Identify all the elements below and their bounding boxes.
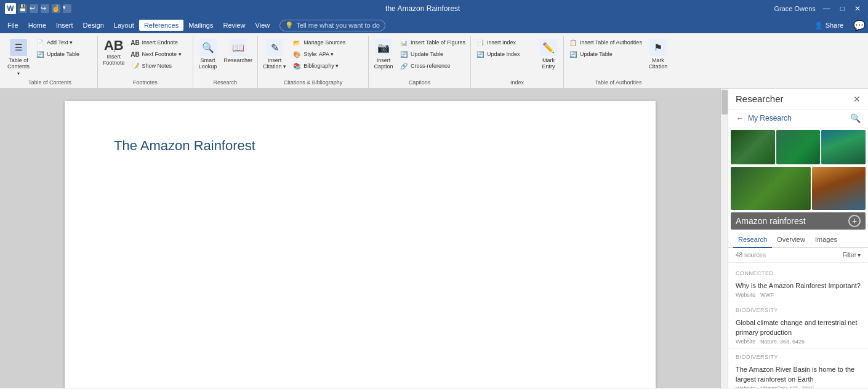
minimize-button[interactable]: — xyxy=(821,4,833,13)
footnotes-small-buttons: AB Insert Endnote AB Next Footnote ▾ 📝 S… xyxy=(129,37,190,71)
ribbon-group-index: 📑 Insert Index 🔄 Update Index ✏️ MarkEnt… xyxy=(471,36,564,88)
source-list[interactable]: CONNECTED Why is the Amazon Rainforest I… xyxy=(728,263,868,388)
captions-group-label: Captions xyxy=(371,78,468,87)
update-index-icon: 🔄 xyxy=(476,50,484,58)
undo-icon[interactable]: ↩ xyxy=(30,4,38,13)
waterfall-image xyxy=(731,167,811,210)
scrollbar-track[interactable] xyxy=(720,89,728,388)
ribbon-group-toc: ☰ Table ofContents ▾ 📄 Add Text ▾ 🔄 Upda… xyxy=(2,36,98,88)
update-index-button[interactable]: 🔄 Update Index xyxy=(473,49,535,60)
bibliography-icon: 📚 xyxy=(292,62,301,70)
style-icon: 🎨 xyxy=(292,50,301,58)
toc-buttons: ☰ Table ofContents ▾ 📄 Add Text ▾ 🔄 Upda… xyxy=(5,37,95,78)
mark-citation-label: MarkCitation xyxy=(649,57,668,70)
user-name: Grace Owens xyxy=(774,5,816,12)
manage-sources-icon: 📂 xyxy=(292,38,301,47)
section-label-1: BIODIVERSITY xyxy=(728,302,868,315)
update-authorities-button[interactable]: 🔄 Update Table xyxy=(566,49,645,60)
source-item-2[interactable]: The Amazon River Basin is home to the la… xyxy=(728,361,868,388)
menu-view[interactable]: View xyxy=(251,20,275,31)
menu-mailings[interactable]: Mailings xyxy=(183,20,218,31)
mark-entry-button[interactable]: ✏️ MarkEntry xyxy=(536,37,561,71)
toc-icon: ☰ xyxy=(10,39,27,56)
share-button[interactable]: 👤 Share xyxy=(814,22,843,30)
table-of-contents-button[interactable]: ☰ Table ofContents ▾ xyxy=(5,37,32,78)
cross-reference-button[interactable]: 🔗 Cross-reference xyxy=(397,60,468,71)
insert-authorities-label: Insert Table of Authorities xyxy=(580,39,642,46)
insert-caption-icon: 📷 xyxy=(375,39,392,56)
update-table-toc-label: Update Table xyxy=(47,51,79,57)
menu-home[interactable]: Home xyxy=(23,20,51,31)
sunset-image xyxy=(812,167,866,210)
menu-references[interactable]: References xyxy=(139,20,183,31)
update-table-toc-button[interactable]: 🔄 Update Table xyxy=(33,49,95,60)
authorities-buttons: 📋 Insert Table of Authorities 🔄 Update T… xyxy=(566,37,670,78)
share-label: Share xyxy=(826,22,843,29)
insert-caption-button[interactable]: 📷 InsertCaption xyxy=(371,37,396,71)
menu-review[interactable]: Review xyxy=(219,20,251,31)
source-type-0: Website xyxy=(736,292,755,298)
researcher-close-button[interactable]: ✕ xyxy=(853,94,861,104)
tab-research[interactable]: Research xyxy=(733,232,772,248)
insert-table-figures-button[interactable]: 📊 Insert Table of Figures xyxy=(397,37,468,48)
style-dropdown-button[interactable]: 🎨 Style: APA ▾ xyxy=(290,49,352,60)
menu-design[interactable]: Design xyxy=(78,20,109,31)
back-button[interactable]: ← xyxy=(736,113,744,123)
researcher-button[interactable]: 📖 Researcher xyxy=(222,37,255,65)
tell-me-input[interactable]: 💡 Tell me what you want to do xyxy=(279,20,385,31)
mark-citation-button[interactable]: ⚑ MarkCitation xyxy=(646,37,670,71)
insert-citation-label: InsertCitation ▾ xyxy=(263,57,286,70)
manage-sources-button[interactable]: 📂 Manage Sources xyxy=(290,37,352,48)
update-table-toc-icon: 🔄 xyxy=(36,50,44,58)
forest-image-2 xyxy=(776,130,821,164)
ribbon-group-citations: ✎ InsertCitation ▾ 📂 Manage Sources 🎨 St… xyxy=(258,36,369,88)
add-text-button[interactable]: 📄 Add Text ▾ xyxy=(33,37,95,48)
ribbon: ☰ Table ofContents ▾ 📄 Add Text ▾ 🔄 Upda… xyxy=(0,33,868,89)
lightbulb-icon: 💡 xyxy=(285,22,294,30)
menu-insert[interactable]: Insert xyxy=(51,20,78,31)
touch-icon[interactable]: ☝ xyxy=(52,4,60,13)
scrollbar-thumb[interactable] xyxy=(721,90,728,114)
tab-images[interactable]: Images xyxy=(810,232,842,248)
insert-caption-label: InsertCaption xyxy=(374,57,393,70)
insert-index-button[interactable]: 📑 Insert Index xyxy=(473,37,535,48)
topic-label-bar: Amazon rainforest + xyxy=(731,212,866,230)
image-grid-top xyxy=(728,127,868,167)
mark-entry-icon: ✏️ xyxy=(540,39,557,56)
index-buttons: 📑 Insert Index 🔄 Update Index ✏️ MarkEnt… xyxy=(473,37,561,78)
comments-button[interactable]: 💬 xyxy=(853,20,866,31)
save-icon[interactable]: 💾 xyxy=(18,4,27,13)
update-authorities-icon: 🔄 xyxy=(569,50,577,58)
document-area[interactable]: The Amazon Rainforest xyxy=(0,89,720,388)
toc-label: Table ofContents xyxy=(7,57,30,70)
bibliography-button[interactable]: 📚 Bibliography ▾ xyxy=(290,60,352,71)
add-topic-button[interactable]: + xyxy=(848,215,861,227)
smart-lookup-button[interactable]: 🔍 SmartLookup xyxy=(196,37,220,71)
insert-endnote-button[interactable]: AB Insert Endnote xyxy=(129,37,190,48)
source-item-0[interactable]: Why is the Amazon Rainforest Important? … xyxy=(728,278,868,302)
smart-lookup-label: SmartLookup xyxy=(199,57,217,70)
close-button[interactable]: ✕ xyxy=(852,4,863,13)
my-research-link[interactable]: My Research xyxy=(748,114,846,122)
researcher-panel: Researcher ✕ ← My Research 🔍 Amazon rain… xyxy=(728,89,868,388)
insert-authorities-icon: 📋 xyxy=(569,38,577,47)
insert-authorities-button[interactable]: 📋 Insert Table of Authorities xyxy=(566,37,645,48)
dropdown-icon[interactable]: ▾ xyxy=(63,4,71,13)
menu-file[interactable]: File xyxy=(2,20,23,31)
source-item-1[interactable]: Global climate change and terrestrial ne… xyxy=(728,315,868,349)
panel-search-icon[interactable]: 🔍 xyxy=(850,113,861,123)
restore-button[interactable]: □ xyxy=(838,4,847,13)
filter-button[interactable]: Filter ▾ xyxy=(843,252,861,259)
redo-icon[interactable]: ↪ xyxy=(41,4,49,13)
menu-layout[interactable]: Layout xyxy=(109,20,139,31)
update-table-captions-button[interactable]: 🔄 Update Table xyxy=(397,49,468,60)
filter-dropdown-icon: ▾ xyxy=(858,252,861,259)
next-footnote-button[interactable]: AB Next Footnote ▾ xyxy=(129,49,190,60)
ribbon-group-footnotes: AB ¹ InsertFootnote AB Insert Endnote AB… xyxy=(98,36,193,88)
show-notes-button[interactable]: 📝 Show Notes xyxy=(129,60,190,71)
insert-footnote-button[interactable]: AB ¹ InsertFootnote xyxy=(100,37,127,68)
river-image-1 xyxy=(821,130,866,164)
update-table-captions-label: Update Table xyxy=(411,51,443,57)
insert-citation-button[interactable]: ✎ InsertCitation ▾ xyxy=(260,37,289,71)
tab-overview[interactable]: Overview xyxy=(772,232,810,248)
